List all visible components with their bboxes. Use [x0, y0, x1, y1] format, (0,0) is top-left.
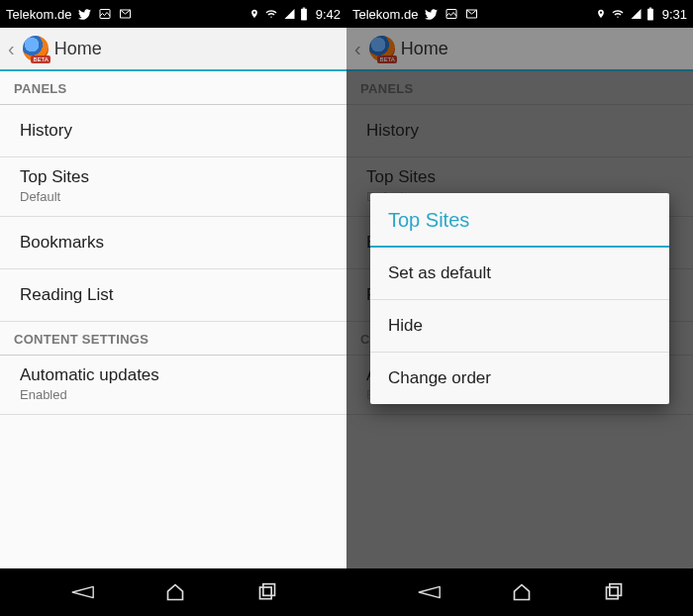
clock-label: 9:31: [662, 7, 687, 22]
back-icon[interactable]: ‹: [6, 38, 17, 60]
svg-rect-3: [259, 587, 271, 599]
beta-badge: BETA: [31, 55, 50, 63]
nav-bar: [0, 568, 346, 616]
recent-apps-button[interactable]: [255, 582, 279, 602]
panel-reading-list[interactable]: Reading List: [0, 269, 346, 322]
svg-rect-9: [609, 584, 621, 596]
location-icon: [249, 7, 259, 21]
nav-bar: [346, 568, 693, 616]
panels-section-header: PANELS: [0, 71, 346, 105]
back-button[interactable]: [68, 582, 96, 602]
svg-rect-2: [303, 8, 305, 9]
carrier-label: Telekom.de: [6, 7, 71, 22]
svg-rect-8: [606, 587, 618, 599]
recent-apps-button[interactable]: [602, 582, 626, 602]
panel-history-label: History: [20, 121, 327, 141]
action-bar: ‹ BETA Home: [0, 28, 346, 71]
svg-rect-6: [647, 9, 653, 21]
context-dialog: Top Sites Set as default Hide Change ord…: [370, 193, 669, 404]
home-button[interactable]: [510, 582, 534, 602]
svg-rect-7: [649, 8, 651, 9]
twitter-icon: [424, 8, 439, 21]
svg-rect-1: [301, 9, 307, 21]
location-icon: [596, 7, 606, 21]
dialog-option-set-default[interactable]: Set as default: [370, 248, 669, 300]
battery-icon: [300, 7, 308, 21]
wifi-icon: [263, 8, 279, 20]
twitter-icon: [77, 8, 92, 21]
automatic-updates-sub: Enabled: [20, 387, 327, 402]
image-icon: [445, 8, 458, 20]
home-button[interactable]: [163, 582, 187, 602]
panel-top-sites-label: Top Sites: [20, 167, 327, 187]
firefox-app-icon[interactable]: BETA: [23, 36, 49, 61]
svg-rect-4: [262, 584, 274, 596]
battery-icon: [646, 7, 654, 21]
settings-content: PANELS History Top Sites Default Bookmar…: [0, 71, 346, 568]
panel-bookmarks-label: Bookmarks: [20, 233, 327, 253]
panel-history[interactable]: History: [0, 105, 346, 157]
phone-left: Telekom.de 9:42: [0, 0, 346, 616]
clock-label: 9:42: [316, 7, 341, 22]
carrier-label: Telekom.de: [352, 7, 418, 22]
status-bar: Telekom.de 9:31: [346, 0, 693, 28]
panel-top-sites[interactable]: Top Sites Default: [0, 157, 346, 217]
content-settings-header: CONTENT SETTINGS: [0, 322, 346, 356]
mail-icon: [464, 8, 479, 20]
signal-icon: [283, 8, 296, 20]
back-button[interactable]: [415, 582, 443, 602]
status-bar: Telekom.de 9:42: [0, 0, 346, 28]
panel-top-sites-sub: Default: [20, 189, 327, 204]
dialog-option-change-order[interactable]: Change order: [370, 353, 669, 404]
phone-right: Telekom.de 9:31: [346, 0, 693, 616]
automatic-updates-label: Automatic updates: [20, 365, 327, 385]
dialog-option-hide[interactable]: Hide: [370, 300, 669, 353]
signal-icon: [630, 8, 643, 20]
automatic-updates[interactable]: Automatic updates Enabled: [0, 356, 346, 415]
dialog-title: Top Sites: [370, 193, 669, 248]
panel-reading-list-label: Reading List: [20, 285, 327, 305]
page-title: Home: [54, 39, 102, 59]
wifi-icon: [610, 8, 626, 20]
panel-bookmarks[interactable]: Bookmarks: [0, 217, 346, 269]
image-icon: [98, 8, 112, 20]
mail-icon: [118, 8, 133, 20]
